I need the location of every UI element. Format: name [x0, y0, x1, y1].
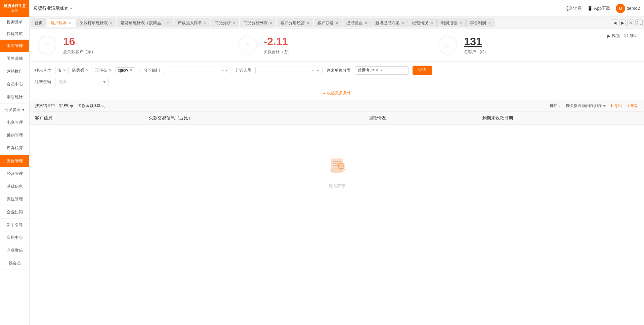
close-icon[interactable]: ✕ [401, 21, 404, 25]
sidebar: 畅捷通好生意 标版 搜索菜单 快捷导航 零售管理 零售商城 营销推广 会员中心 … [0, 0, 30, 325]
category-filter-select[interactable]: 普通客户 ✕ [355, 66, 409, 75]
table-header-row: 客户信息 欠款交易信息（占比） 回款情况 到期未收款日期 [30, 112, 644, 125]
sidebar-item-enterprise[interactable]: 企业协同 [0, 206, 29, 219]
sidebar-item-finance[interactable]: 资金管理 [0, 155, 29, 168]
unit-tag-cjttcw: cjttcw ✕ [116, 67, 135, 73]
stat-number-debt: -2.11 [264, 35, 292, 48]
sidebar-item-marketing[interactable]: 营销推广 [0, 65, 29, 78]
user-name: demo2 [627, 6, 640, 11]
collapse-row: 收起更多条件 [35, 89, 639, 96]
export-button[interactable]: ⬆ 导出 [610, 103, 622, 109]
sidebar-search-item[interactable]: 搜索菜单 [0, 17, 29, 28]
tab-customer-account[interactable]: 客户账本 ✕ [47, 19, 75, 27]
close-icon[interactable]: ✕ [110, 21, 113, 25]
stat-content-total: 131 总客户（家） [464, 35, 488, 55]
close-icon[interactable]: ✕ [204, 21, 207, 25]
sidebar-item-operations[interactable]: 经营管理 [0, 168, 29, 180]
sort-label: 排序： [550, 103, 562, 109]
sidebar-item-guide[interactable]: 新手引导 [0, 219, 29, 231]
chevron-down-icon [225, 68, 228, 73]
data-table: 客户信息 欠款交易信息（占比） 回款情况 到期未收款日期 [30, 112, 644, 125]
tab-label: 利润报告 [441, 20, 457, 26]
close-icon[interactable]: ✕ [69, 21, 72, 25]
tab-product-analysis[interactable]: 商品分析 ✕ [211, 19, 239, 27]
sidebar-item-appstore[interactable]: 应用中心 [0, 231, 29, 244]
close-icon[interactable]: ✕ [430, 21, 433, 25]
empty-illustration [324, 152, 350, 179]
logo-text: 畅捷通好生意 [4, 4, 26, 8]
sidebar-item-retail-stats[interactable]: 零售统计 [0, 91, 29, 104]
tab-inbound-stats[interactable]: 进货单统计表（按商品） ✕ [117, 19, 173, 27]
account-dropdown[interactable]: 母婴行业演示账套 [34, 5, 73, 11]
close-icon[interactable]: ✕ [307, 21, 309, 25]
video-action[interactable]: ▶ 视频 [607, 33, 620, 39]
tab-next-button[interactable]: ▶ [619, 20, 626, 26]
tab-maximize-button[interactable]: ⛶ [635, 20, 643, 26]
sidebar-item-changhui[interactable]: 畅会员 [0, 257, 29, 270]
tab-commission-settings[interactable]: 提成设置 ✕ [343, 19, 371, 27]
tag-close-icon[interactable]: ✕ [375, 68, 379, 73]
close-icon[interactable]: ✕ [459, 21, 462, 25]
tab-product-analysis-list[interactable]: 商品分析列表 ✕ [240, 19, 276, 27]
user-menu[interactable]: D demo2 [616, 4, 640, 13]
close-icon[interactable]: ✕ [270, 21, 272, 25]
tab-home[interactable]: 首页 [31, 19, 46, 27]
unit-filter-more[interactable]: ... [136, 68, 140, 73]
close-icon[interactable]: ✕ [233, 21, 235, 25]
balance-filter-input[interactable]: 选择... [55, 78, 109, 86]
sort-arrow-icon [603, 104, 606, 108]
sidebar-item-purchase[interactable]: 采购管理 [0, 129, 29, 142]
person-filter-select[interactable]: ··· [255, 67, 323, 74]
tab-close-all-button[interactable]: ✕ [627, 20, 634, 26]
dept-filter-select[interactable]: ··· [164, 67, 231, 74]
refresh-button[interactable]: ↺ 刷新 [626, 103, 639, 109]
sidebar-item-wholesale[interactable]: 批发管理 ▼ [0, 104, 29, 116]
sidebar-item-wechat[interactable]: 企业微信 [0, 244, 29, 257]
collapse-button[interactable]: 收起更多条件 [323, 90, 351, 96]
filter-row-2: 往来余额 选择... [35, 78, 639, 86]
close-icon[interactable]: ✕ [336, 21, 338, 25]
sidebar-item-member[interactable]: 会员中心 [0, 78, 29, 91]
tag-close-icon[interactable]: ✕ [109, 68, 112, 73]
tab-prev-button[interactable]: ◀ [612, 20, 618, 26]
sidebar-item-basic[interactable]: 基础信息 [0, 180, 29, 193]
tag-close-icon[interactable]: ✕ [63, 68, 66, 73]
tag-close-icon[interactable]: ✕ [129, 68, 133, 73]
refresh-label: 刷新 [631, 103, 639, 109]
query-button[interactable]: 查询 [413, 66, 432, 75]
tab-label: 产成品入库单 [178, 20, 202, 26]
tab-label: 客户分层经营 [281, 20, 305, 26]
tab-customer-layer[interactable]: 客户分层经营 ✕ [277, 19, 313, 27]
tab-customer-contact[interactable]: 客户联络 ✕ [314, 19, 342, 27]
tab-business-status[interactable]: 经营情况 ✕ [409, 19, 437, 27]
person-filter-label: 分管人员 [235, 68, 251, 73]
export-label: 导出 [614, 103, 622, 109]
stat-content-debt: -2.11 欠款合计（万） [264, 35, 292, 55]
app-download-button[interactable]: 📱 App下载 [587, 5, 610, 11]
close-icon[interactable]: ✕ [488, 21, 491, 25]
unit-filter-tags: 伍 ✕ 陈民强 ✕ 王小亮 ✕ cjttcw ✕ ... [55, 67, 140, 74]
tab-purchase-stats[interactable]: 采购订单统计表 ✕ [76, 19, 116, 27]
sidebar-item-retail[interactable]: 零售管理 [0, 40, 29, 52]
sidebar-item-ecommerce[interactable]: 电商管理 [0, 116, 29, 129]
tab-retail-profit[interactable]: 零售利润 ✕ [466, 19, 495, 27]
message-button[interactable]: 💬 消息 [566, 5, 582, 11]
tabs-nav: ◀ ▶ ✕ ⛶ [612, 20, 643, 26]
sidebar-item-retail-mall[interactable]: 零售商城 [0, 52, 29, 65]
tag-close-icon[interactable]: ✕ [86, 68, 89, 73]
help-action[interactable]: ⓘ 帮助 [624, 33, 637, 39]
sort-dropdown[interactable]: 按欠款金额倒序排序 [566, 103, 606, 109]
circle-blue-icon: ⊞ [438, 36, 457, 55]
sidebar-item-system[interactable]: 系统管理 [0, 193, 29, 206]
sort-value: 按欠款金额倒序排序 [566, 103, 602, 109]
tab-product-inbound[interactable]: 产成品入库单 ✕ [174, 19, 210, 27]
tab-label: 商品分析 [215, 20, 231, 26]
tab-profit-report[interactable]: 利润报告 ✕ [437, 19, 466, 27]
close-icon[interactable]: ✕ [364, 21, 367, 25]
chevron-down-icon [317, 68, 319, 73]
sidebar-item-inventory[interactable]: 库存核算 [0, 142, 29, 155]
sidebar-nav-item[interactable]: 快捷导航 [0, 28, 29, 40]
results-bar: 搜索结果中，客户0家 欠款金额0.00元 排序： 按欠款金额倒序排序 ⬆ 导出 … [30, 100, 644, 112]
tab-add-commission[interactable]: 新增提成方案 ✕ [372, 19, 408, 27]
close-icon[interactable]: ✕ [167, 21, 170, 25]
